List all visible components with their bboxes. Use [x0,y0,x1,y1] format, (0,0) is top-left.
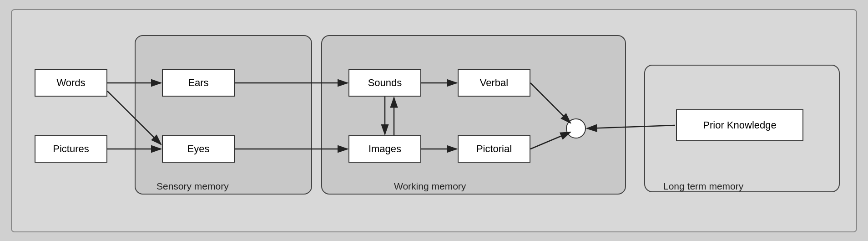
images-box: Images [348,135,421,163]
pictures-box: Pictures [35,135,107,163]
working-memory-region [321,35,626,195]
sensory-memory-label: Sensory memory [156,181,229,192]
longterm-memory-label: Long term memory [663,181,743,192]
words-box: Words [35,69,107,97]
working-memory-label: Working memory [394,181,466,192]
diagram: Sensory memory Working memory Long term … [11,9,857,232]
prior-knowledge-box: Prior Knowledge [676,109,803,141]
pictorial-box: Pictorial [458,135,530,163]
sounds-box: Sounds [348,69,421,97]
integration-node [566,118,586,138]
ears-box: Ears [162,69,235,97]
sensory-memory-region [135,35,312,195]
eyes-box: Eyes [162,135,235,163]
verbal-box: Verbal [458,69,530,97]
